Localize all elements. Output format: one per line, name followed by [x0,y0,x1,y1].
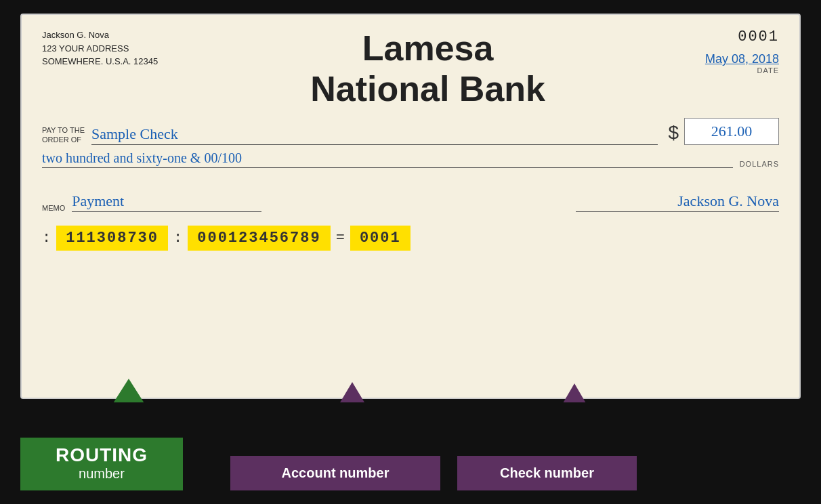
signature-line: Jackson G. Nova [576,192,779,212]
owner-name: Jackson G. Nova [42,28,158,42]
address-line1: 123 YOUR ADDRESS [42,42,158,56]
routing-label-top: ROUTING [34,446,169,465]
memo-label: MEMO [42,204,65,212]
routing-label: ROUTING number [20,438,183,490]
address-line2: SOMEWHERE. U.S.A. 12345 [42,55,158,68]
signature-value: Jackson G. Nova [677,192,779,209]
micr-routing: 111308730 [56,226,168,251]
amount-words-row: two hundred and sixty-one & 00/100 DOLLA… [42,150,779,168]
annotation-area: ROUTING number Account number Check numb… [0,402,821,504]
dollars-label: DOLLARS [740,160,779,168]
micr-close: : [173,230,182,247]
check-top-right: 0001 May 08, 2018 DATE [698,28,779,75]
check-number-label: Check number [457,456,637,490]
account-label: Account number [230,456,440,490]
micr-open: : [42,230,51,247]
routing-label-bottom: number [34,465,169,482]
micr-row: : 111308730 : 000123456789 = 0001 [42,226,779,251]
micr-separator: = [336,230,345,247]
dollar-sign: $ [668,122,679,144]
memo-line: Payment [72,192,261,212]
amount-box: 261.00 [684,118,779,145]
bank-name: Lamesa National Bank [171,28,684,110]
memo-signature-row: MEMO Payment Jackson G. Nova [42,192,779,212]
pay-to-row: PAY TO THE ORDER OF Sample Check $ 261.0… [42,118,779,145]
check-number-top: 0001 [698,28,779,45]
amount-words: two hundred and sixty-one & 00/100 [42,150,733,168]
micr-account: 000123456789 [188,226,330,251]
pay-to-line: Sample Check [91,125,658,145]
micr-check-number: 0001 [350,226,410,251]
check-date: May 08, 2018 [698,52,779,66]
date-label: DATE [698,66,779,75]
pay-to-label: PAY TO THE ORDER OF [42,125,85,145]
check: Jackson G. Nova 123 YOUR ADDRESS SOMEWHE… [20,14,801,399]
check-address: Jackson G. Nova 123 YOUR ADDRESS SOMEWHE… [42,28,158,68]
signature-area: Jackson G. Nova [261,192,779,212]
payee-name: Sample Check [91,125,178,142]
memo-value: Payment [72,192,124,209]
